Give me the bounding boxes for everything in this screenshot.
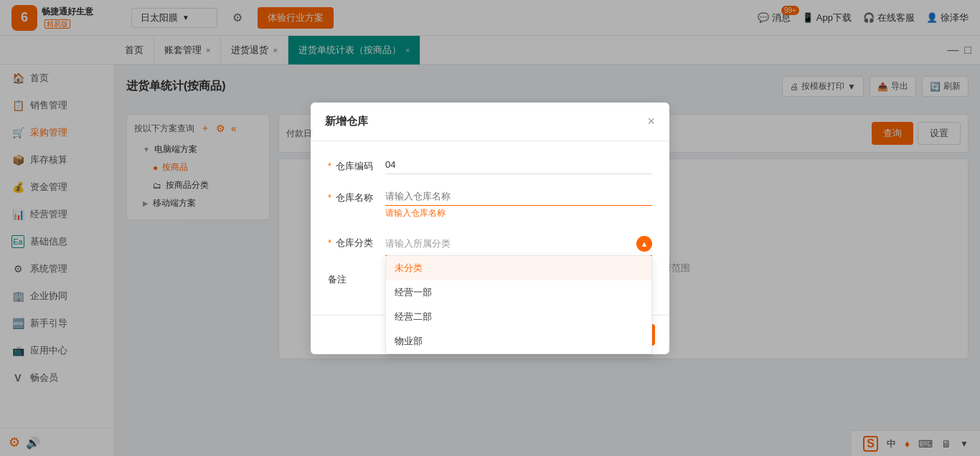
dropdown-option-3[interactable]: 物业部 [386, 329, 651, 353]
name-control: 请输入仓库名称 [385, 187, 652, 219]
dropdown-option-0[interactable]: 未分类 [386, 256, 651, 280]
form-item-name: * 仓库名称 请输入仓库名称 [328, 187, 652, 219]
name-error-message: 请输入仓库名称 [385, 207, 652, 219]
required-star-category: * [328, 237, 331, 248]
dialog-header: 新增仓库 × [311, 103, 669, 141]
notes-label: 备注 [328, 269, 385, 286]
up-arrow-icon: ▲ [636, 236, 652, 252]
required-star-name: * [328, 192, 331, 203]
category-label: * 仓库分类 [328, 232, 385, 250]
new-warehouse-dialog: 新增仓库 × * 仓库编码 * 仓库名称 [311, 103, 669, 354]
category-control: 请输入所属分类 ▲ 未分类 经营一部 经营二部 物业部 [385, 232, 652, 256]
dropdown-option-1[interactable]: 经营一部 [386, 280, 651, 305]
code-control [385, 156, 652, 174]
dialog-close-button[interactable]: × [647, 114, 655, 129]
category-select[interactable]: 请输入所属分类 ▲ [385, 232, 652, 256]
name-input[interactable] [385, 187, 652, 206]
required-star-code: * [328, 161, 331, 171]
form-item-category: * 仓库分类 请输入所属分类 ▲ 未分类 经营一部 经营二部 物业部 [328, 232, 652, 256]
dialog-body: * 仓库编码 * 仓库名称 请输入仓库名称 [311, 141, 669, 315]
category-placeholder: 请输入所属分类 [385, 237, 451, 250]
name-label: * 仓库名称 [328, 187, 385, 204]
dialog-overlay: 新增仓库 × * 仓库编码 * 仓库名称 [0, 0, 980, 456]
dialog-title: 新增仓库 [325, 115, 368, 128]
code-label: * 仓库编码 [328, 156, 385, 173]
dropdown-option-2[interactable]: 经营二部 [386, 305, 651, 329]
category-dropdown-list: 未分类 经营一部 经营二部 物业部 [385, 255, 652, 354]
code-input[interactable] [385, 156, 652, 174]
form-item-code: * 仓库编码 [328, 156, 652, 174]
